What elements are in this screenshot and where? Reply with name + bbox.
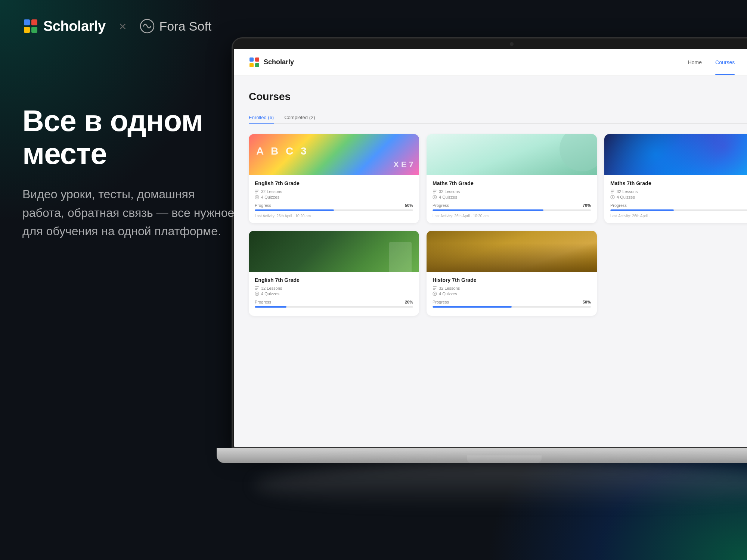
course-meta-4: 32 Lessons 4 Quizzes xyxy=(255,286,413,296)
laptop-container: Scholarly Home Courses Recordings Course… xyxy=(217,37,747,530)
nav-home[interactable]: Home xyxy=(688,59,702,65)
course-info-2: Maths 7th Grade 32 Lessons 4 Quizzes xyxy=(427,175,597,223)
course-grid: English 7th Grade 32 Lessons 4 Quizzes xyxy=(249,134,747,316)
svg-rect-30 xyxy=(433,288,436,289)
svg-point-23 xyxy=(612,196,613,198)
header-logo-area: Scholarly × Fora Soft xyxy=(22,18,211,34)
nav-courses[interactable]: Courses xyxy=(715,59,735,65)
svg-rect-31 xyxy=(433,289,435,290)
sub-text: Видео уроки, тесты, домашняя работа, обр… xyxy=(22,185,239,241)
svg-rect-20 xyxy=(611,191,614,192)
scholarly-icon xyxy=(22,18,39,34)
course-name-5: History 7th Grade xyxy=(433,277,591,283)
svg-rect-1 xyxy=(31,19,37,25)
svg-rect-29 xyxy=(433,286,437,287)
laptop-base xyxy=(217,448,747,463)
scholarly-header-name: Scholarly xyxy=(43,18,106,34)
course-thumb-2 xyxy=(427,134,597,175)
course-card-2[interactable]: Maths 7th Grade 32 Lessons 4 Quizzes xyxy=(427,134,597,223)
app-logo-icon xyxy=(249,57,260,68)
tab-enrolled[interactable]: Enrolled (6) xyxy=(249,112,274,123)
course-card-4[interactable]: English 7th Grade 32 Lessons 4 Quizzes xyxy=(249,231,419,316)
laptop-shadow xyxy=(254,463,747,508)
svg-rect-21 xyxy=(611,193,613,193)
app-navbar: Scholarly Home Courses Recordings xyxy=(234,49,747,76)
course-name-2: Maths 7th Grade xyxy=(433,180,591,186)
course-thumb-3 xyxy=(604,134,747,175)
forasoft-header-name: Fora Soft xyxy=(159,19,211,34)
svg-rect-24 xyxy=(255,286,259,287)
course-thumb-5 xyxy=(427,231,597,272)
svg-rect-9 xyxy=(255,190,259,190)
svg-rect-26 xyxy=(255,289,257,290)
svg-rect-6 xyxy=(255,57,259,62)
course-name-4: English 7th Grade xyxy=(255,277,413,283)
progress-3: Progress Last Activity: 26th April · xyxy=(610,203,747,218)
screen-content: Scholarly Home Courses Recordings Course… xyxy=(234,49,747,447)
app-nav-links: Home Courses Recordings xyxy=(688,59,747,65)
svg-rect-7 xyxy=(249,63,254,67)
course-meta-1: 32 Lessons 4 Quizzes xyxy=(255,189,413,199)
svg-rect-15 xyxy=(433,191,436,192)
page-title: Courses xyxy=(249,91,747,103)
tabs-row: Enrolled (6) Completed (2) xyxy=(249,112,747,124)
forasoft-logo: Fora Soft xyxy=(140,19,211,34)
course-card-5[interactable]: History 7th Grade 32 Lessons 4 Quizzes xyxy=(427,231,597,316)
laptop-notch xyxy=(467,455,542,463)
svg-rect-3 xyxy=(31,27,37,33)
left-content: Все в одном месте Видео уроки, тесты, до… xyxy=(22,105,239,241)
svg-rect-11 xyxy=(255,193,257,193)
svg-rect-8 xyxy=(255,63,259,67)
header: Scholarly × Fora Soft xyxy=(0,0,747,52)
svg-point-33 xyxy=(434,293,436,295)
course-info-4: English 7th Grade 32 Lessons 4 Quizzes xyxy=(249,272,419,316)
laptop-outer: Scholarly Home Courses Recordings Course… xyxy=(217,37,747,508)
svg-rect-16 xyxy=(433,193,435,193)
forasoft-icon xyxy=(140,19,155,34)
svg-rect-14 xyxy=(433,190,437,190)
lessons-1: 32 Lessons xyxy=(255,189,413,194)
course-card-1[interactable]: English 7th Grade 32 Lessons 4 Quizzes xyxy=(249,134,419,223)
course-thumb-4 xyxy=(249,231,419,272)
app-main: Courses Enrolled (6) Completed (2) Engli… xyxy=(234,76,747,447)
svg-rect-0 xyxy=(24,19,30,25)
course-info-5: History 7th Grade 32 Lessons 4 Quizzes xyxy=(427,272,597,316)
svg-point-13 xyxy=(256,196,258,198)
svg-rect-10 xyxy=(255,191,258,192)
course-info-1: English 7th Grade 32 Lessons 4 Quizzes xyxy=(249,175,419,223)
course-name-1: English 7th Grade xyxy=(255,180,413,186)
svg-rect-2 xyxy=(24,27,30,33)
progress-2: Progress 70% Last Activity: 26th April ·… xyxy=(433,203,591,218)
svg-point-18 xyxy=(434,196,436,198)
svg-rect-25 xyxy=(255,288,258,289)
app-logo: Scholarly xyxy=(249,57,294,68)
course-meta-5: 32 Lessons 4 Quizzes xyxy=(433,286,591,296)
course-meta-3: 32 Lessons 4 Quizzes xyxy=(610,189,747,199)
quizzes-1: 4 Quizzes xyxy=(255,195,413,199)
course-name-3: Maths 7th Grade xyxy=(610,180,747,186)
tab-completed[interactable]: Completed (2) xyxy=(284,112,315,123)
scholarly-logo: Scholarly xyxy=(22,18,106,34)
course-thumb-1 xyxy=(249,134,419,175)
progress-4: Progress 20% xyxy=(255,300,413,308)
separator: × xyxy=(119,19,127,34)
course-meta-2: 32 Lessons 4 Quizzes xyxy=(433,189,591,199)
course-info-3: Maths 7th Grade 32 Lessons 4 Quizzes xyxy=(604,175,747,223)
main-heading: Все в одном месте xyxy=(22,105,239,170)
svg-rect-5 xyxy=(249,57,254,62)
progress-1: Progress 50% Last Activity: 26th April ·… xyxy=(255,203,413,218)
course-card-3[interactable]: Maths 7th Grade 32 Lessons 4 Quizzes xyxy=(604,134,747,223)
app-logo-text: Scholarly xyxy=(264,58,294,66)
progress-5: Progress 50% xyxy=(433,300,591,308)
svg-point-28 xyxy=(256,293,258,295)
svg-rect-19 xyxy=(611,190,614,190)
laptop-bezel: Scholarly Home Courses Recordings Course… xyxy=(232,37,747,448)
